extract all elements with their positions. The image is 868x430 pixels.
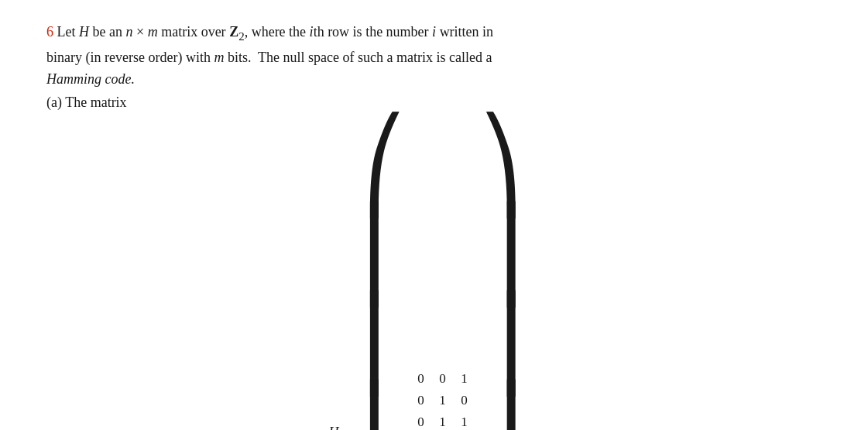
matrix-section: H = ⎛⎜⎜⎜⎜⎜⎝ 0 0 1 0 1 0 0 1 1 <box>46 122 805 430</box>
problem-number: 6 <box>46 24 53 40</box>
cell-2-2: 1 <box>432 390 454 411</box>
cell-3-1: 0 <box>410 411 432 430</box>
matrix-grid: 0 0 1 0 1 0 0 1 1 1 0 0 1 <box>410 368 475 430</box>
cell-1-2: 0 <box>432 368 454 390</box>
matrix-wrapper: ⎛⎜⎜⎜⎜⎜⎝ 0 0 1 0 1 0 0 1 1 1 0 <box>362 122 523 430</box>
cell-3-3: 1 <box>454 411 475 430</box>
bracket-left: ⎛⎜⎜⎜⎜⎜⎝ <box>362 122 407 430</box>
matrix-label: H <box>328 422 338 430</box>
main-content: 6 Let H be an n × m matrix over Z2, wher… <box>46 22 805 430</box>
cell-1-3: 1 <box>454 368 475 390</box>
statement-line2: binary (in reverse order) with m bits. T… <box>46 47 805 69</box>
hamming-label: Hamming code. <box>46 69 805 91</box>
problem-statement: 6 Let H be an n × m matrix over Z2, wher… <box>46 22 805 46</box>
cell-2-3: 0 <box>454 390 475 411</box>
bracket-right: ⎞⎟⎟⎟⎟⎟⎠ <box>479 122 523 430</box>
cell-2-1: 0 <box>410 390 432 411</box>
cell-1-1: 0 <box>410 368 432 390</box>
statement-intro: Let H be an n × m matrix over Z2, where … <box>57 24 494 40</box>
part-a-label: (a) The matrix <box>46 92 805 114</box>
equals-sign: = <box>346 422 354 430</box>
cell-3-2: 1 <box>432 411 454 430</box>
matrix-equation: H = ⎛⎜⎜⎜⎜⎜⎝ 0 0 1 0 1 0 0 1 1 <box>328 122 523 430</box>
